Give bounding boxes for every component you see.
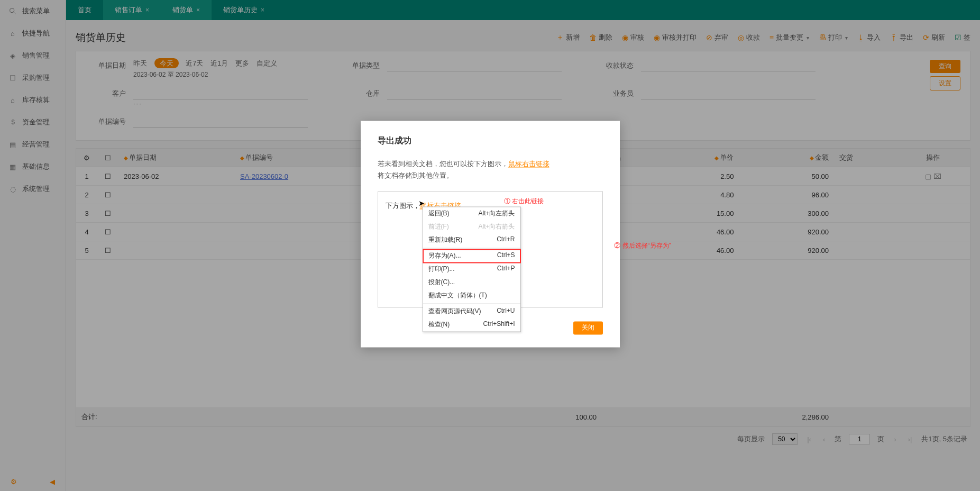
menu-item: 返回(B)Alt+向左箭头 bbox=[423, 207, 520, 221]
menu-item: 重新加载(R)Ctrl+R bbox=[423, 234, 520, 247]
modal-text: 若未看到相关文档，您也可以按下方图示，鼠标右击链接 将文档存储到其他位置。 bbox=[378, 158, 603, 181]
context-menu: 返回(B)Alt+向左箭头前进(F)Alt+向右箭头重新加载(R)Ctrl+R另… bbox=[423, 207, 521, 332]
context-demo: 下方图示，鼠标右击链接 ➤ ① 右击此链接 ② 然后选择“另存为” 返回(B)A… bbox=[378, 192, 603, 308]
export-success-modal: 导出成功 若未看到相关文档，您也可以按下方图示，鼠标右击链接 将文档存储到其他位… bbox=[361, 121, 620, 347]
menu-item: 检查(N)Ctrl+Shift+I bbox=[423, 319, 520, 332]
menu-item: 前进(F)Alt+向右箭头 bbox=[423, 221, 520, 234]
menu-item: 翻成中文（简体）(T) bbox=[423, 289, 520, 303]
menu-item: 查看网页源代码(V)Ctrl+U bbox=[423, 305, 520, 319]
menu-item: 打印(P)...Ctrl+P bbox=[423, 263, 520, 276]
menu-item: 另存为(A)...Ctrl+S bbox=[423, 250, 520, 263]
right-click-link[interactable]: 鼠标右击链接 bbox=[508, 160, 549, 168]
hint-1: ① 右击此链接 bbox=[504, 197, 544, 206]
modal-title: 导出成功 bbox=[378, 135, 603, 147]
hint-2: ② 然后选择“另存为” bbox=[614, 242, 671, 251]
menu-item: 投射(C)... bbox=[423, 276, 520, 289]
close-button[interactable]: 关闭 bbox=[573, 322, 603, 335]
